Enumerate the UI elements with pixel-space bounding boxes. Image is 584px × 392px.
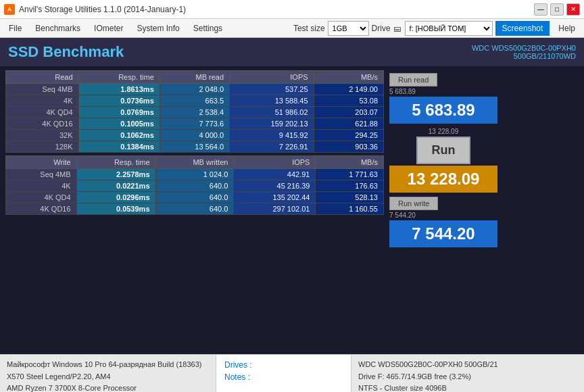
- write-table-row: 4K QD16 0.0539ms 640.0 297 102.01 1 160.…: [6, 203, 384, 215]
- test-size-label: Test size: [293, 24, 325, 33]
- write-score-label: 7 544.20: [389, 212, 416, 219]
- read-row-mb-4: 4 000.0: [160, 130, 229, 141]
- menu-settings[interactable]: Settings: [187, 21, 228, 36]
- drives-notes-panel: Drives : Notes :: [216, 355, 351, 392]
- drive-info: WDC WDS500G2B0C-00PXH0 500GB/211070WD: [472, 44, 576, 60]
- read-col-mbs: MB/s: [314, 71, 383, 84]
- write-row-iops-2: 135 202.44: [234, 192, 316, 203]
- write-row-mb-0: 1 024.0: [155, 169, 234, 180]
- menu-drive-section: Test size 1GB 512MB 2GB Drive 🖴 f: [НОВЫ…: [293, 21, 581, 36]
- write-col-mbs: MB/s: [316, 156, 384, 169]
- menu-sysinfo[interactable]: System Info: [130, 21, 185, 36]
- read-row-resp-2: 0.0769ms: [78, 107, 160, 118]
- read-row-mb-2: 2 538.4: [160, 107, 229, 118]
- read-col-label: Read: [6, 71, 79, 84]
- write-row-mb-3: 640.0: [155, 203, 234, 215]
- write-table-row: Seq 4MB 2.2578ms 1 024.0 442.91 1 771.63: [6, 169, 384, 180]
- read-row-mbs-3: 621.88: [314, 118, 383, 130]
- read-row-mb-0: 2 048.0: [160, 84, 229, 95]
- read-row-label-0: Seq 4MB: [6, 84, 79, 95]
- read-row-mbs-2: 203.07: [314, 107, 383, 118]
- total-score-label: 13 228.09: [429, 128, 459, 135]
- read-row-mbs-1: 53.08: [314, 95, 383, 107]
- write-row-iops-3: 297 102.01: [234, 203, 316, 215]
- drive-details-panel: WDC WDS500G2B0C-00PXH0 500GB/21 Drive F:…: [351, 355, 584, 392]
- table-area: Read Resp. time MB read IOPS MB/s Seq 4M…: [5, 70, 384, 350]
- write-row-label-1: 4K: [6, 180, 77, 192]
- run-all-button[interactable]: Run: [416, 137, 470, 164]
- write-table: Write Resp. time MB written IOPS MB/s Se…: [5, 155, 384, 215]
- read-table-row: 4K QD16 0.1005ms 7 773.6 159 202.13 621.…: [6, 118, 384, 130]
- bottom-bar: Майкрософт Windows 10 Pro 64-разрядная B…: [0, 354, 584, 392]
- read-row-resp-4: 0.1062ms: [78, 130, 160, 141]
- write-row-label-0: Seq 4MB: [6, 169, 77, 180]
- write-score-value: 7 544.20: [389, 220, 497, 247]
- read-row-label-1: 4K: [6, 95, 79, 107]
- read-row-iops-0: 537.25: [230, 84, 314, 95]
- menu-file[interactable]: File: [3, 21, 28, 36]
- notes-label: Notes :: [224, 372, 343, 382]
- window-controls: — □ ✕: [534, 3, 580, 16]
- read-table-row: Seq 4MB 1.8613ms 2 048.0 537.25 2 149.00: [6, 84, 384, 95]
- drive-detail-1: WDC WDS500G2B0C-00PXH0 500GB/21: [358, 359, 577, 371]
- read-row-mbs-0: 2 149.00: [314, 84, 383, 95]
- run-write-button[interactable]: Run write: [389, 197, 438, 210]
- menu-help[interactable]: Help: [552, 21, 581, 36]
- menu-bar: File Benchmarks IOmeter System Info Sett…: [0, 19, 584, 38]
- drive-detail-3: NTFS - Cluster size 4096B: [358, 383, 577, 392]
- main-area: SSD Benchmark WDC WDS500G2B0C-00PXH0 500…: [0, 38, 584, 354]
- ssd-benchmark-title: SSD Benchmark: [8, 43, 124, 61]
- read-row-label-4: 32K: [6, 130, 79, 141]
- title-bar-left: A Anvil's Storage Utilities 1.1.0 (2014-…: [4, 4, 186, 15]
- read-score-block: Run read 5 683.89 5 683.89: [389, 73, 497, 124]
- app-icon: A: [4, 4, 15, 15]
- write-col-resp: Resp. time: [76, 156, 155, 169]
- right-panel: Run read 5 683.89 5 683.89 13 228.09 Run…: [389, 70, 579, 350]
- drive-select[interactable]: f: [НОВЫЙ ТОМ]: [405, 21, 493, 36]
- read-row-iops-3: 159 202.13: [230, 118, 314, 130]
- maximize-button[interactable]: □: [550, 3, 564, 16]
- write-col-mb: MB written: [155, 156, 234, 169]
- write-row-resp-0: 2.2578ms: [76, 169, 155, 180]
- read-score-label: 5 683.89: [389, 88, 416, 95]
- sys-line-3: AMD Ryzen 7 3700X 8-Core Processor: [7, 383, 209, 392]
- system-info-panel: Майкрософт Windows 10 Pro 64-разрядная B…: [0, 355, 216, 392]
- read-row-resp-1: 0.0736ms: [78, 95, 160, 107]
- read-row-resp-5: 0.1384ms: [78, 141, 160, 153]
- test-size-select[interactable]: 1GB 512MB 2GB: [328, 21, 369, 36]
- write-row-iops-1: 45 216.39: [234, 180, 316, 192]
- write-row-resp-2: 0.0296ms: [76, 192, 155, 203]
- read-row-mb-3: 7 773.6: [160, 118, 229, 130]
- benchmark-content: Read Resp. time MB read IOPS MB/s Seq 4M…: [0, 66, 584, 354]
- write-row-mbs-3: 1 160.55: [316, 203, 384, 215]
- title-bar: A Anvil's Storage Utilities 1.1.0 (2014-…: [0, 0, 584, 19]
- menu-iometer[interactable]: IOmeter: [88, 21, 129, 36]
- read-score-value: 5 683.89: [389, 97, 497, 124]
- screenshot-button[interactable]: Screenshot: [495, 21, 550, 36]
- read-row-resp-0: 1.8613ms: [78, 84, 160, 95]
- read-row-iops-4: 9 415.92: [230, 130, 314, 141]
- write-row-mbs-2: 528.13: [316, 192, 384, 203]
- read-row-mb-1: 663.5: [160, 95, 229, 107]
- write-row-resp-3: 0.0539ms: [76, 203, 155, 215]
- drives-label: Drives :: [224, 360, 343, 370]
- read-row-label-2: 4K QD4: [6, 107, 79, 118]
- run-all-block: 13 228.09 Run 13 228.09: [389, 128, 497, 193]
- minimize-button[interactable]: —: [534, 3, 548, 16]
- read-row-resp-3: 0.1005ms: [78, 118, 160, 130]
- read-table-row: 4K QD4 0.0769ms 2 538.4 51 986.02 203.07: [6, 107, 384, 118]
- sys-line-1: Майкрософт Windows 10 Pro 64-разрядная B…: [7, 359, 209, 371]
- write-col-label: Write: [6, 156, 77, 169]
- write-row-label-2: 4K QD4: [6, 192, 77, 203]
- read-row-mbs-5: 903.36: [314, 141, 383, 153]
- read-row-iops-2: 51 986.02: [230, 107, 314, 118]
- read-row-label-5: 128K: [6, 141, 79, 153]
- write-score-block: Run write 7 544.20 7 544.20: [389, 197, 497, 247]
- read-row-iops-1: 13 588.45: [230, 95, 314, 107]
- write-row-resp-1: 0.0221ms: [76, 180, 155, 192]
- menu-benchmarks[interactable]: Benchmarks: [29, 21, 87, 36]
- close-button[interactable]: ✕: [566, 3, 580, 16]
- run-read-button[interactable]: Run read: [389, 73, 437, 87]
- write-row-mbs-0: 1 771.63: [316, 169, 384, 180]
- write-row-mb-1: 640.0: [155, 180, 234, 192]
